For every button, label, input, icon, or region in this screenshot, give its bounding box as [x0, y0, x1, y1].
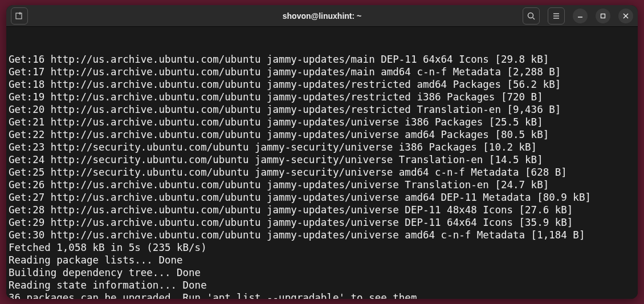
- title-bar: shovon@linuxhint: ~: [6, 5, 638, 27]
- terminal-output-line: Get:21 http://us.archive.ubuntu.com/ubun…: [9, 116, 635, 128]
- terminal-output-line: Reading package lists... Done: [9, 254, 635, 266]
- new-tab-button[interactable]: [11, 7, 28, 25]
- terminal-output-line: Get:26 http://us.archive.ubuntu.com/ubun…: [9, 179, 635, 191]
- terminal-output-line: Get:20 http://us.archive.ubuntu.com/ubun…: [9, 103, 635, 116]
- terminal-output-line: Get:17 http://us.archive.ubuntu.com/ubun…: [9, 66, 635, 78]
- close-button[interactable]: [618, 9, 633, 23]
- terminal-output-line: Get:22 http://us.archive.ubuntu.com/ubun…: [9, 128, 635, 141]
- terminal-output-line: Get:18 http://us.archive.ubuntu.com/ubun…: [9, 78, 635, 91]
- svg-line-4: [533, 18, 535, 19]
- terminal-output-line: Fetched 1,058 kB in 5s (235 kB/s): [9, 241, 635, 254]
- search-button[interactable]: [523, 7, 540, 25]
- svg-rect-9: [601, 14, 605, 18]
- terminal-body[interactable]: Get:16 http://us.archive.ubuntu.com/ubun…: [6, 27, 638, 299]
- terminal-output-line: Get:19 http://us.archive.ubuntu.com/ubun…: [9, 91, 635, 103]
- terminal-output-line: Get:16 http://us.archive.ubuntu.com/ubun…: [9, 53, 635, 66]
- maximize-button[interactable]: [596, 9, 610, 23]
- svg-rect-0: [16, 13, 22, 19]
- svg-point-3: [528, 13, 533, 18]
- minimize-button[interactable]: [573, 9, 588, 23]
- terminal-output-line: Get:29 http://us.archive.ubuntu.com/ubun…: [9, 216, 635, 229]
- terminal-output-line: Get:25 http://security.ubuntu.com/ubuntu…: [9, 166, 635, 179]
- terminal-output-line: Reading state information... Done: [9, 279, 635, 291]
- terminal-output-line: Get:23 http://security.ubuntu.com/ubuntu…: [9, 141, 635, 153]
- terminal-window: shovon@linuxhint: ~ Get:16 http://us.arc…: [6, 5, 638, 299]
- terminal-output-line: Get:27 http://us.archive.ubuntu.com/ubun…: [9, 191, 635, 204]
- menu-button[interactable]: [548, 7, 565, 25]
- terminal-output-line: Get:24 http://security.ubuntu.com/ubuntu…: [9, 153, 635, 166]
- terminal-output-line: Get:28 http://us.archive.ubuntu.com/ubun…: [9, 204, 635, 216]
- terminal-output-line: 36 packages can be upgraded. Run 'apt li…: [9, 291, 635, 299]
- terminal-output-line: Get:30 http://us.archive.ubuntu.com/ubun…: [9, 229, 635, 241]
- terminal-output-line: Building dependency tree... Done: [9, 266, 635, 279]
